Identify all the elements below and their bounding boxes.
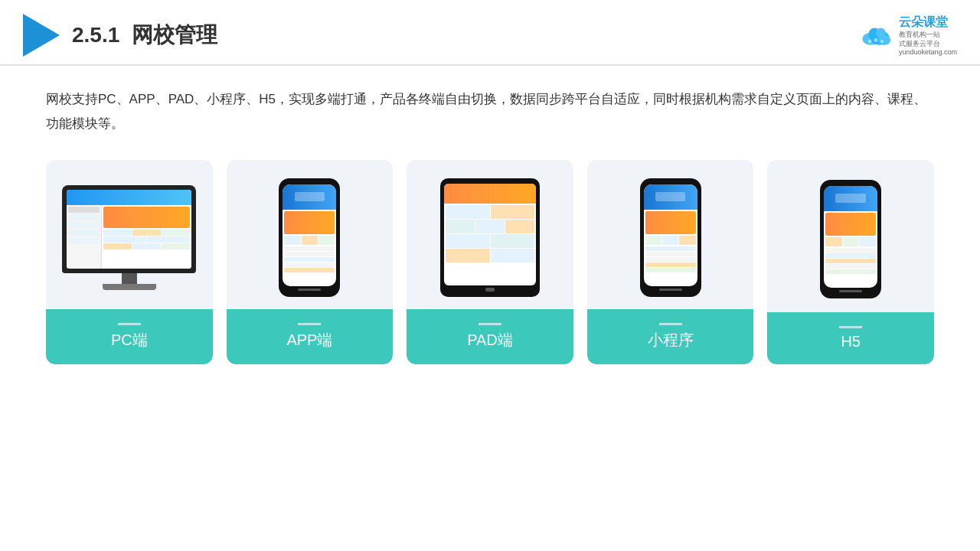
miniapp-image-area	[587, 160, 754, 309]
cloud-icon	[858, 23, 894, 47]
device-label-h5: H5	[767, 312, 934, 364]
brand-name: 云朵课堂	[899, 15, 948, 31]
monitor-base	[103, 284, 156, 290]
h5-image-area	[767, 160, 934, 312]
tablet-home-btn	[485, 288, 495, 292]
svg-point-4	[876, 28, 886, 37]
brand-slogan: 教育机构一站式服务云平台	[899, 31, 940, 48]
brand-logo: 云朵课堂 教育机构一站式服务云平台 yunduoketang.com	[858, 15, 957, 56]
phone-home-indicator-miniapp	[659, 289, 682, 291]
header: 2.5.1 网校管理 云朵课堂 教育机构一站式服务云平台 yunduoketan…	[0, 0, 980, 66]
monitor-body	[62, 185, 196, 273]
device-card-pad: PAD端	[407, 160, 573, 364]
description-text: 网校支持PC、APP、PAD、小程序、H5，实现多端打通，产品各终端自由切换，数…	[46, 87, 934, 137]
device-label-pc: PC端	[46, 309, 213, 364]
pc-monitor	[60, 185, 198, 290]
svg-point-7	[880, 40, 884, 43]
phone-h5	[820, 180, 881, 298]
device-label-miniapp: 小程序	[587, 309, 754, 364]
page-title-text: 网校管理	[132, 21, 217, 50]
monitor-neck	[122, 273, 137, 284]
brand-text: 云朵课堂 教育机构一站式服务云平台 yunduoketang.com	[899, 15, 957, 56]
tablet-device	[440, 178, 540, 297]
svg-point-5	[868, 40, 872, 44]
device-card-miniapp: 小程序	[587, 160, 754, 364]
device-card-app: APP端	[227, 160, 394, 364]
phone-notch-h5	[841, 180, 860, 184]
phone-home-indicator-h5	[839, 290, 862, 292]
phone-notch-miniapp	[662, 178, 680, 183]
device-label-pad: PAD端	[407, 309, 573, 364]
header-left: 2.5.1 网校管理	[23, 14, 217, 57]
page-title: 2.5.1	[72, 23, 119, 47]
svg-point-6	[874, 38, 878, 42]
main-content: 网校支持PC、APP、PAD、小程序、H5，实现多端打通，产品各终端自由切换，数…	[0, 66, 980, 380]
pc-image-area	[46, 160, 213, 309]
phone-notch	[300, 178, 318, 183]
app-image-area	[227, 160, 394, 309]
device-card-pc: PC端	[46, 160, 213, 364]
phone-app	[279, 178, 340, 297]
phone-home-indicator	[298, 289, 321, 291]
monitor-screen	[67, 190, 191, 269]
tablet-screen	[444, 184, 536, 285]
header-right: 云朵课堂 教育机构一站式服务云平台 yunduoketang.com	[858, 15, 957, 56]
phone-miniapp	[640, 178, 701, 297]
phone-screen-miniapp	[644, 184, 697, 286]
phone-screen	[283, 184, 336, 286]
device-card-h5: H5	[767, 160, 934, 364]
logo-triangle-icon	[23, 14, 60, 57]
pad-image-area	[407, 160, 573, 309]
phone-screen-h5	[824, 186, 877, 288]
devices-row: PC端	[46, 160, 934, 364]
brand-url: yunduoketang.com	[899, 48, 957, 56]
device-label-app: APP端	[227, 309, 394, 364]
